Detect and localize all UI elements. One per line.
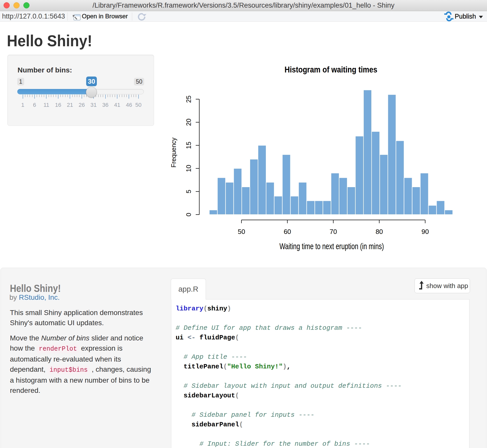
svg-text:10: 10 <box>185 165 192 172</box>
svg-text:15: 15 <box>185 142 192 149</box>
svg-text:Frequency: Frequency <box>170 137 177 168</box>
svg-text:Waiting time to next eruption: Waiting time to next eruption (in mins) <box>280 242 384 251</box>
svg-text:Histogram of waiting times: Histogram of waiting times <box>285 65 377 74</box>
svg-text:60: 60 <box>284 228 291 235</box>
svg-text:20: 20 <box>185 118 192 126</box>
svg-text:70: 70 <box>330 228 337 235</box>
svg-text:0: 0 <box>185 213 192 216</box>
svg-text:5: 5 <box>185 190 192 193</box>
svg-text:25: 25 <box>185 96 192 103</box>
svg-text:80: 80 <box>376 228 383 235</box>
svg-text:90: 90 <box>421 228 429 235</box>
svg-text:50: 50 <box>238 228 245 235</box>
